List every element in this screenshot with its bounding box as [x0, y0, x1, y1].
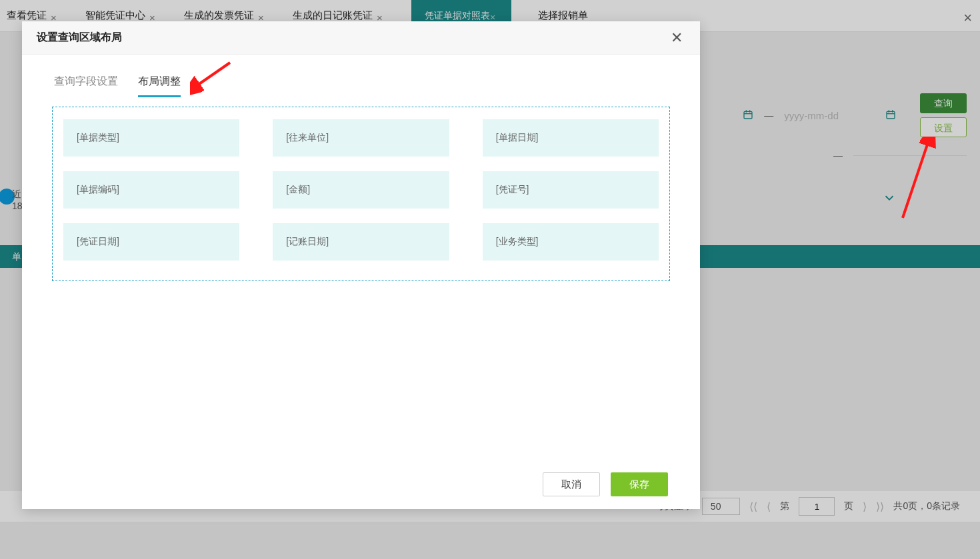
- tab-layout-adjust[interactable]: 布局调整: [138, 75, 181, 97]
- layout-cell-amount[interactable]: [金额]: [273, 171, 449, 209]
- layout-settings-modal: 设置查询区域布局 ✕ 查询字段设置 布局调整 [单据类型] [往来单位] [单据…: [22, 21, 700, 509]
- tab-query-fields[interactable]: 查询字段设置: [54, 75, 118, 97]
- layout-cell-posting-date[interactable]: [记账日期]: [273, 223, 449, 261]
- layout-drop-zone[interactable]: [单据类型] [往来单位] [单据日期] [单据编码] [金额] [凭证号] […: [52, 107, 670, 281]
- layout-cell-doc-date[interactable]: [单据日期]: [483, 119, 659, 157]
- modal-title: 设置查询区域布局: [37, 31, 122, 45]
- layout-cell-voucher-no[interactable]: [凭证号]: [483, 171, 659, 209]
- modal-header: 设置查询区域布局 ✕: [22, 21, 700, 55]
- layout-grid: [单据类型] [往来单位] [单据日期] [单据编码] [金额] [凭证号] […: [63, 119, 659, 261]
- layout-cell-biz-type[interactable]: [业务类型]: [483, 223, 659, 261]
- modal-footer: 取消 保存: [22, 460, 700, 509]
- layout-cell-doc-type[interactable]: [单据类型]: [63, 119, 239, 157]
- layout-cell-voucher-date[interactable]: [凭证日期]: [63, 223, 239, 261]
- layout-cell-doc-code[interactable]: [单据编码]: [63, 171, 239, 209]
- layout-cell-partner[interactable]: [往来单位]: [273, 119, 449, 157]
- cancel-button[interactable]: 取消: [543, 472, 600, 496]
- modal-tab-bar: 查询字段设置 布局调整: [22, 55, 700, 97]
- save-button[interactable]: 保存: [611, 472, 668, 496]
- close-icon[interactable]: ✕: [668, 28, 685, 48]
